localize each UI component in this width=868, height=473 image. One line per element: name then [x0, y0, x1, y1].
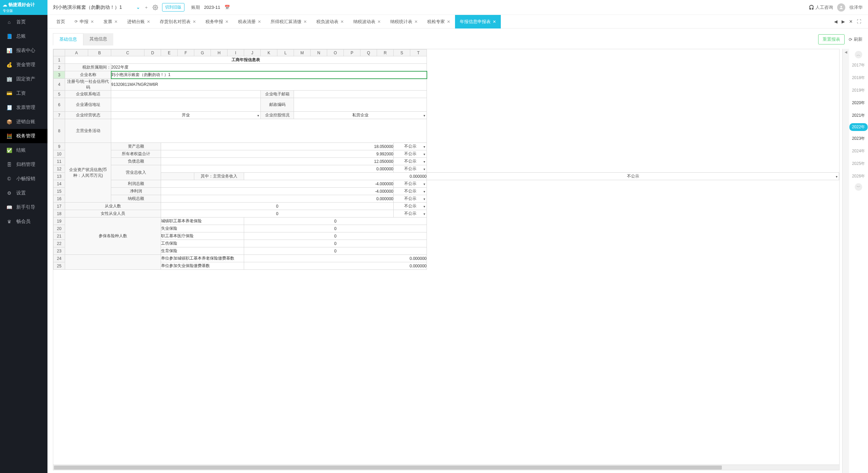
dropdown-cell[interactable]: 不公示 — [394, 180, 427, 188]
chevron-left-icon[interactable]: ◀ — [845, 50, 847, 54]
row-header[interactable]: 11 — [54, 158, 65, 165]
dropdown-cell[interactable]: 开业 — [111, 112, 261, 119]
row-header[interactable]: 15 — [54, 188, 65, 195]
cell-value[interactable]: 0.000000 — [161, 195, 394, 203]
row-header[interactable]: 10 — [54, 150, 65, 158]
row-header[interactable]: 25 — [54, 262, 65, 270]
chevron-down-icon[interactable]: ⌄ — [136, 5, 140, 10]
cell-value[interactable] — [111, 98, 261, 112]
dropdown-cell[interactable]: 不公示 — [427, 173, 839, 180]
cell-value[interactable]: 0 — [244, 225, 427, 232]
cell-value[interactable]: 0 — [161, 210, 394, 217]
row-header[interactable]: 24 — [54, 255, 65, 262]
nav-item-salary[interactable]: 💳工资 — [0, 86, 47, 100]
cell-value[interactable]: -4.000000 — [161, 188, 394, 195]
col-header[interactable]: R — [377, 50, 394, 56]
subtab[interactable]: 基础信息 — [53, 33, 83, 45]
nav-item-stock[interactable]: 📦进销台账 — [0, 115, 47, 129]
tab[interactable]: 年报信息申报表✕ — [455, 15, 501, 29]
row-header[interactable]: 9 — [54, 143, 65, 150]
row-header[interactable]: 3 — [54, 71, 65, 79]
col-header[interactable]: N — [311, 50, 327, 56]
cell-value[interactable]: 0 — [244, 247, 427, 255]
nav-item-archive[interactable]: 🗄归档管理 — [0, 157, 47, 172]
row-header[interactable]: 13 — [54, 173, 65, 180]
year-item[interactable]: 2017年 — [852, 60, 865, 70]
row-header[interactable]: 23 — [54, 247, 65, 255]
col-header[interactable]: F — [178, 50, 194, 56]
cell-value[interactable]: 0 — [244, 217, 427, 225]
col-header[interactable]: J — [244, 50, 261, 56]
nav-item-tax[interactable]: 🧮税务管理 — [0, 129, 47, 143]
row-header[interactable]: 21 — [54, 232, 65, 240]
col-header[interactable]: B — [88, 50, 111, 56]
row-header[interactable]: 12 — [54, 165, 65, 173]
year-item[interactable]: 2018年 — [852, 73, 865, 83]
col-header[interactable]: G — [194, 50, 211, 56]
row-header[interactable]: 17 — [54, 203, 65, 210]
col-header[interactable]: D — [144, 50, 161, 56]
close-icon[interactable]: ✕ — [193, 19, 196, 24]
nav-item-guide[interactable]: 📖新手引导 — [0, 200, 47, 214]
cell-value[interactable]: 9.992000 — [161, 150, 394, 158]
cell-value[interactable]: 0.000000 — [244, 262, 427, 270]
cell-value[interactable] — [294, 91, 427, 98]
close-icon[interactable]: ✕ — [114, 19, 118, 24]
col-header[interactable]: M — [294, 50, 311, 56]
tab[interactable]: 税务申报✕ — [201, 15, 233, 29]
col-header[interactable]: S — [394, 50, 410, 56]
scroll-down-icon[interactable]: ﹀ — [855, 183, 862, 191]
nav-item-home[interactable]: ⌂首页 — [0, 15, 47, 29]
dropdown-cell[interactable]: 不公示 — [394, 203, 427, 210]
cell-value[interactable] — [294, 98, 427, 112]
calendar-icon[interactable]: 📅 — [224, 5, 230, 10]
spreadsheet[interactable]: ABCDEFGHIJKLMNOPQRST1工商年报信息表2税款所属期间：2022… — [53, 49, 840, 465]
year-item[interactable]: 2022年 — [849, 123, 868, 131]
dropdown-cell[interactable]: 私营企业 — [294, 112, 427, 119]
cell-value[interactable]: 0 — [161, 203, 394, 210]
dropdown-cell[interactable]: 不公示 — [394, 210, 427, 217]
tab[interactable]: 首页 — [52, 15, 70, 29]
close-icon[interactable]: ✕ — [340, 19, 344, 24]
year-item[interactable]: 2019年 — [852, 86, 865, 95]
cell-value[interactable] — [111, 91, 261, 98]
year-item[interactable]: 2023年 — [852, 134, 865, 144]
cell-value[interactable]: 0 — [244, 232, 427, 240]
col-header[interactable]: L — [277, 50, 294, 56]
cell-value[interactable]: 0.000000 — [244, 173, 427, 180]
tab[interactable]: 纳税波动表✕ — [349, 15, 386, 29]
nav-item-vip[interactable]: ♛畅会员 — [0, 214, 47, 229]
nav-item-expense[interactable]: ©小畅报销 — [0, 172, 47, 186]
tab[interactable]: 纳税统计表✕ — [386, 15, 422, 29]
row-header[interactable]: 16 — [54, 195, 65, 203]
year-item[interactable]: 2020年 — [852, 98, 865, 108]
year-item[interactable]: 2021年 — [852, 111, 865, 120]
switch-old-version-button[interactable]: 切到旧版 — [162, 3, 184, 12]
close-icon[interactable]: ✕ — [258, 19, 261, 24]
tab[interactable]: 税负波动表✕ — [312, 15, 349, 29]
year-item[interactable]: 2026年 — [852, 171, 865, 181]
col-header[interactable]: O — [327, 50, 344, 56]
horizontal-scrollbar[interactable] — [53, 465, 840, 470]
close-icon[interactable]: ✕ — [225, 19, 229, 24]
tab[interactable]: 税表清册✕ — [233, 15, 266, 29]
nav-item-report[interactable]: 📊报表中心 — [0, 43, 47, 58]
row-header[interactable]: 18 — [54, 210, 65, 217]
vertical-scrollbar[interactable]: ◀ — [842, 49, 849, 473]
plus-icon[interactable]: ＋ — [144, 4, 149, 11]
col-header[interactable]: C — [111, 50, 144, 56]
close-icon[interactable]: ✕ — [414, 19, 418, 24]
scroll-up-icon[interactable]: ︿ — [855, 51, 862, 58]
row-header[interactable]: 5 — [54, 91, 65, 98]
nav-item-ledger[interactable]: 📘总账 — [0, 29, 47, 43]
cell-value[interactable]: 91320811MA7NGR2W6R — [111, 79, 427, 91]
avatar[interactable] — [837, 3, 845, 12]
col-header[interactable]: E — [161, 50, 178, 56]
dropdown-cell[interactable]: 不公示 — [394, 158, 427, 165]
tab[interactable]: ⟳申报✕ — [70, 15, 99, 29]
col-header[interactable]: I — [228, 50, 244, 56]
nav-item-settings[interactable]: ⚙设置 — [0, 186, 47, 200]
nav-item-fund[interactable]: 💰资金管理 — [0, 58, 47, 72]
cell-value[interactable]: 0 — [244, 240, 427, 247]
col-header[interactable]: Q — [360, 50, 377, 56]
